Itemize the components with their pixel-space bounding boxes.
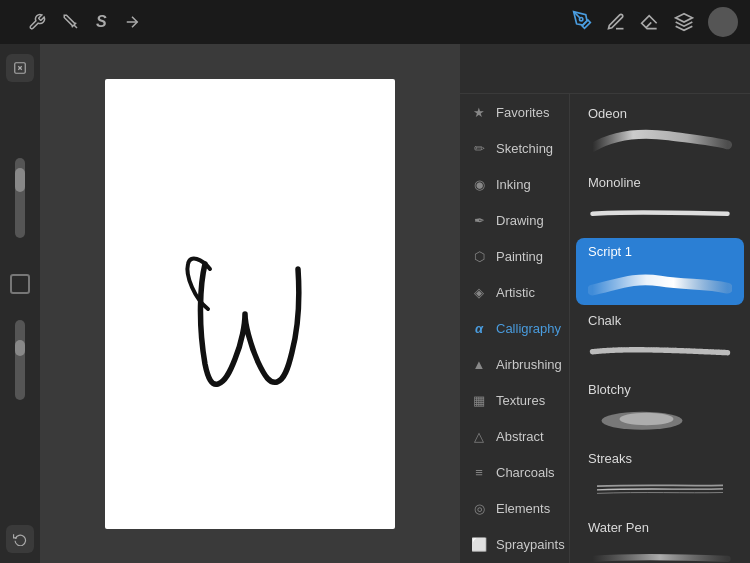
svg-point-10 xyxy=(620,413,674,426)
brush-name-blotchy: Blotchy xyxy=(588,382,732,397)
wrench-icon[interactable] xyxy=(28,13,46,31)
brush-item-blotchy[interactable]: Blotchy xyxy=(576,376,744,443)
category-icon-elements: ◎ xyxy=(470,499,488,517)
brush-name-chalk: Chalk xyxy=(588,313,732,328)
category-label-calligraphy: Calligraphy xyxy=(496,321,561,336)
category-item-sketching[interactable]: ✏ Sketching xyxy=(460,130,569,166)
brush-name-odeon: Odeon xyxy=(588,106,732,121)
category-item-elements[interactable]: ◎ Elements xyxy=(460,490,569,526)
brush-panel: ★ Favorites ✏ Sketching ◉ Inking ✒ Drawi… xyxy=(460,44,750,563)
category-icon-inking: ◉ xyxy=(470,175,488,193)
brush-preview-waterpen xyxy=(588,539,732,563)
category-item-painting[interactable]: ⬡ Painting xyxy=(460,238,569,274)
category-label-spraypaints: Spraypaints xyxy=(496,537,565,552)
category-item-artistic[interactable]: ◈ Artistic xyxy=(460,274,569,310)
drawing-canvas[interactable] xyxy=(105,79,395,529)
category-icon-artistic: ◈ xyxy=(470,283,488,301)
brush-name-monoline: Monoline xyxy=(588,175,732,190)
brush-item-chalk[interactable]: Chalk xyxy=(576,307,744,374)
brush-item-script1[interactable]: Script 1 xyxy=(576,238,744,305)
category-label-elements: Elements xyxy=(496,501,550,516)
category-icon-calligraphy: α xyxy=(470,319,488,337)
top-toolbar: S xyxy=(0,0,750,44)
brush-item-odeon[interactable]: Odeon xyxy=(576,100,744,167)
category-label-charcoals: Charcoals xyxy=(496,465,555,480)
category-item-charcoals[interactable]: ≡ Charcoals xyxy=(460,454,569,490)
category-icon-abstract: △ xyxy=(470,427,488,445)
s-curve-icon[interactable]: S xyxy=(96,13,107,31)
category-item-drawing[interactable]: ✒ Drawing xyxy=(460,202,569,238)
category-label-drawing: Drawing xyxy=(496,213,544,228)
category-label-airbrushing: Airbrushing xyxy=(496,357,562,372)
category-item-spraypaints[interactable]: ⬜ Spraypaints xyxy=(460,526,569,562)
category-icon-sketching: ✏ xyxy=(470,139,488,157)
undo-button[interactable] xyxy=(6,525,34,553)
eraser-icon[interactable] xyxy=(640,12,660,32)
brush-body: ★ Favorites ✏ Sketching ◉ Inking ✒ Drawi… xyxy=(460,94,750,563)
brush-preview-monoline xyxy=(588,194,732,230)
brush-item-waterpen[interactable]: Water Pen xyxy=(576,514,744,563)
category-label-artistic: Artistic xyxy=(496,285,535,300)
svg-line-4 xyxy=(646,22,651,27)
svg-marker-5 xyxy=(676,14,693,22)
category-icon-spraypaints: ⬜ xyxy=(470,535,488,553)
brush-list: Odeon Monoline Script 1 Chalk Blotchy St… xyxy=(570,94,750,563)
category-list: ★ Favorites ✏ Sketching ◉ Inking ✒ Drawi… xyxy=(460,94,570,563)
brush-preview-blotchy xyxy=(588,401,732,437)
magic-icon[interactable] xyxy=(62,13,80,31)
brush-preview-script1 xyxy=(588,263,732,299)
category-icon-favorites: ★ xyxy=(470,103,488,121)
category-icon-drawing: ✒ xyxy=(470,211,488,229)
brush-icon[interactable] xyxy=(572,10,592,35)
brush-preview-chalk xyxy=(588,332,732,368)
svg-line-1 xyxy=(74,25,77,28)
category-item-abstract[interactable]: △ Abstract xyxy=(460,418,569,454)
brush-preview-streaks xyxy=(588,470,732,506)
brush-header xyxy=(460,44,750,94)
side-checkbox[interactable] xyxy=(10,274,30,294)
svg-point-3 xyxy=(580,17,583,20)
category-icon-painting: ⬡ xyxy=(470,247,488,265)
category-icon-airbrushing: ▲ xyxy=(470,355,488,373)
canvas-drawing xyxy=(150,204,350,404)
brush-name-waterpen: Water Pen xyxy=(588,520,732,535)
category-item-textures[interactable]: ▦ Textures xyxy=(460,382,569,418)
brush-item-monoline[interactable]: Monoline xyxy=(576,169,744,236)
category-item-airbrushing[interactable]: ▲ Airbrushing xyxy=(460,346,569,382)
toolbar-right xyxy=(572,7,738,37)
left-sidebar xyxy=(0,44,40,563)
canvas-area[interactable] xyxy=(40,44,460,563)
category-item-favorites[interactable]: ★ Favorites xyxy=(460,94,569,130)
category-label-textures: Textures xyxy=(496,393,545,408)
arrow-icon[interactable] xyxy=(123,13,141,31)
brush-name-streaks: Streaks xyxy=(588,451,732,466)
layers-icon[interactable] xyxy=(674,12,694,32)
category-label-sketching: Sketching xyxy=(496,141,553,156)
brush-preview-odeon xyxy=(588,125,732,161)
side-size-slider[interactable] xyxy=(15,320,25,400)
brush-item-streaks[interactable]: Streaks xyxy=(576,445,744,512)
category-item-inking[interactable]: ◉ Inking xyxy=(460,166,569,202)
side-opacity-slider[interactable] xyxy=(15,158,25,238)
category-label-painting: Painting xyxy=(496,249,543,264)
category-label-abstract: Abstract xyxy=(496,429,544,444)
category-icon-textures: ▦ xyxy=(470,391,488,409)
category-item-calligraphy[interactable]: α Calligraphy xyxy=(460,310,569,346)
toolbar-left: S xyxy=(12,13,141,31)
brush-name-script1: Script 1 xyxy=(588,244,732,259)
category-label-favorites: Favorites xyxy=(496,105,549,120)
category-label-inking: Inking xyxy=(496,177,531,192)
main-content: ★ Favorites ✏ Sketching ◉ Inking ✒ Drawi… xyxy=(0,44,750,563)
avatar[interactable] xyxy=(708,7,738,37)
category-icon-charcoals: ≡ xyxy=(470,463,488,481)
side-tool-1[interactable] xyxy=(6,54,34,82)
pen-icon[interactable] xyxy=(606,12,626,32)
